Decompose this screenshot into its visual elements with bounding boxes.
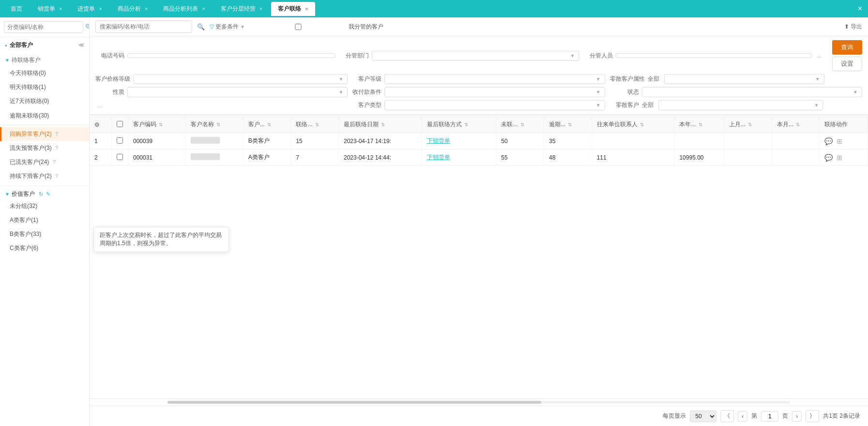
search-icon[interactable]: 🔍: [197, 23, 205, 30]
table-row: 2 000031 A类客户 7 2023-04-12 14:44:: [90, 149, 868, 166]
last-page-button[interactable]: 》: [806, 410, 819, 422]
close-tab-customer-tier[interactable]: ×: [259, 6, 262, 12]
customer-type-field: 客户类型 ▼: [352, 100, 605, 110]
sidebar-item-overdue-pending[interactable]: 逾期未联络(30): [0, 109, 89, 123]
sidebar-item-already-lost[interactable]: 已流失客户(24) ?: [0, 155, 89, 169]
sort-category-icon: ⇅: [267, 122, 271, 127]
status-select[interactable]: ▼: [642, 87, 862, 97]
close-tab-customer-contact[interactable]: ×: [305, 6, 308, 12]
first-page-button[interactable]: 《: [720, 410, 734, 422]
dept-select[interactable]: ▼: [372, 51, 579, 61]
tab-customer-tier[interactable]: 客户分层经营 ×: [214, 2, 269, 16]
row2-grid-icon[interactable]: ⊞: [837, 154, 842, 162]
sidebar-item-7days-pending[interactable]: 近7天待联络(0): [0, 94, 89, 108]
sidebar-item-ungrouped[interactable]: 未分组(32): [0, 199, 89, 213]
prev-page-button[interactable]: ‹: [738, 411, 747, 422]
row1-grid-icon[interactable]: ⊞: [837, 137, 842, 145]
sidebar-collapse-button[interactable]: ≪: [78, 42, 84, 48]
next-page-button[interactable]: ›: [792, 411, 802, 422]
col-this-month-header[interactable]: 本月... ⇅: [772, 117, 820, 133]
col-unreached-header[interactable]: 未联... ⇅: [496, 117, 544, 133]
col-last-contact-method-header[interactable]: 最后联络方式 ⇅: [422, 117, 496, 133]
table-settings-gear[interactable]: ⚙: [94, 121, 100, 128]
sidebar-item-class-b[interactable]: B类客户(33): [0, 227, 89, 241]
tab-home[interactable]: 首页: [4, 2, 29, 16]
gender-select[interactable]: ▼: [127, 87, 348, 97]
phone-input[interactable]: [127, 53, 335, 58]
person-dots-button[interactable]: ...: [815, 52, 823, 59]
sidebar-item-repurchase-abnormal[interactable]: 回购异常客户(2) ?: [0, 127, 89, 141]
sort-name-icon: ⇅: [216, 122, 220, 127]
sidebar-item-class-c[interactable]: C类客户(6): [0, 241, 89, 255]
customer-type-arrow: ▼: [596, 103, 601, 108]
sidebar-search-icon[interactable]: 🔍: [85, 24, 90, 30]
customer-grade-field: 客户等级 ▼: [352, 74, 605, 84]
row1-code: 000039: [128, 133, 185, 149]
main-layout: 🔍 ▪ 全部客户 ≪ ▼ 待联络客户 今天待联络(0) 明天待联络(1) 近7天…: [0, 17, 868, 426]
price-grade-select[interactable]: ▼: [133, 74, 348, 84]
sidebar-item-tomorrow-pending[interactable]: 明天待联络(1): [0, 80, 89, 94]
query-button[interactable]: 查询: [832, 40, 862, 55]
edit-value-customer-icon[interactable]: ✎: [46, 191, 50, 197]
col-last-contact-date-header[interactable]: 最后联络日期 ⇅: [338, 117, 422, 133]
row1-chat-icon[interactable]: 💬: [824, 137, 833, 145]
refresh-icon[interactable]: ↻: [39, 191, 43, 197]
person-input[interactable]: [616, 53, 812, 58]
row1-method-link[interactable]: 下销货单: [427, 137, 450, 144]
col-settings[interactable]: ⚙: [90, 117, 111, 133]
page-number-input[interactable]: [761, 411, 778, 422]
row2-category: A类客户: [243, 149, 291, 166]
col-name-header[interactable]: 客户名称 ⇅: [185, 117, 243, 133]
select-all-checkbox[interactable]: [117, 121, 123, 127]
close-tab-product-analysis[interactable]: ×: [145, 6, 148, 12]
customer-type-select[interactable]: ▼: [384, 100, 605, 110]
filter-row-4: ... 客户类型 ▼ 零散客户 全部 ▼: [95, 100, 862, 110]
tab-purchase-order[interactable]: 进货单 ×: [71, 2, 108, 16]
col-contact-header[interactable]: 联络... ⇅: [291, 117, 339, 133]
col-last-month-header[interactable]: 上月... ⇅: [724, 117, 772, 133]
tab-customer-contact[interactable]: 客户联络 ×: [271, 2, 315, 16]
status-field: 状态 ▼: [610, 87, 862, 97]
search-input[interactable]: [95, 20, 192, 33]
retail-attr-select[interactable]: ▼: [664, 74, 824, 84]
all-customers-header[interactable]: ▪ 全部客户 ≪: [0, 37, 89, 53]
horizontal-scrollbar[interactable]: [90, 398, 868, 406]
table-header-row: ⚙ 客户编码 ⇅ 客户名称 ⇅: [90, 117, 868, 133]
row2-chat-icon[interactable]: 💬: [824, 154, 833, 162]
tab-sales-order[interactable]: 销货单 ×: [31, 2, 69, 16]
row1-select-checkbox[interactable]: [117, 137, 123, 144]
col-category-header[interactable]: 客户... ⇅: [243, 117, 291, 133]
category-search-input[interactable]: [4, 21, 83, 33]
col-current-year-header[interactable]: 本年... ⇅: [674, 117, 724, 133]
col-contact-person-header[interactable]: 往来单位联系人 ⇅: [592, 117, 674, 133]
sidebar-item-class-a[interactable]: A类客户(1): [0, 213, 89, 227]
customer-grade-select[interactable]: ▼: [384, 74, 605, 84]
row1-last-contact-date: 2023-04-17 14:19:: [338, 133, 422, 149]
payment-select[interactable]: ▼: [384, 87, 605, 97]
close-tab-product-analysis-list[interactable]: ×: [202, 6, 205, 12]
tab-product-analysis[interactable]: 商品分析 ×: [111, 2, 154, 16]
my-customers-checkbox[interactable]: [250, 24, 347, 30]
close-tab-purchase-order[interactable]: ×: [99, 6, 102, 12]
row2-select-checkbox[interactable]: [117, 154, 123, 160]
scrollbar-thumb[interactable]: [168, 401, 541, 404]
col-code-header[interactable]: 客户编码 ⇅: [128, 117, 185, 133]
more-conditions-button[interactable]: ▽ 更多条件 ▼: [210, 23, 245, 31]
per-page-select[interactable]: 50 100 200: [690, 411, 716, 422]
row1-name-blurred: [191, 137, 220, 144]
settings-button[interactable]: 设置: [832, 57, 862, 71]
value-customer-group[interactable]: ▼ 价值客户 ↻ ✎: [0, 188, 89, 199]
close-tab-sales-order[interactable]: ×: [59, 6, 62, 12]
col-overdue-header[interactable]: 逾期... ⇅: [544, 117, 592, 133]
sidebar-item-today-pending[interactable]: 今天待联络(0): [0, 66, 89, 80]
export-button[interactable]: ⬆ 导出: [844, 23, 862, 31]
extra-dots-button[interactable]: ...: [95, 102, 104, 109]
tab-product-analysis-list[interactable]: 商品分析列表 ×: [156, 2, 212, 16]
close-all-button[interactable]: ×: [858, 4, 862, 13]
row2-method-link[interactable]: 下销货单: [427, 154, 450, 161]
sidebar-item-continuous-down[interactable]: 持续下滑客户(2) ?: [0, 169, 89, 183]
sidebar-item-lost-warn[interactable]: 流失预警客户(3) ?: [0, 141, 89, 155]
price-grade-label: 客户价格等级: [95, 75, 130, 83]
pending-contact-group[interactable]: ▼ 待联络客户: [0, 53, 89, 66]
retail-customer-select[interactable]: ▼: [658, 100, 823, 110]
